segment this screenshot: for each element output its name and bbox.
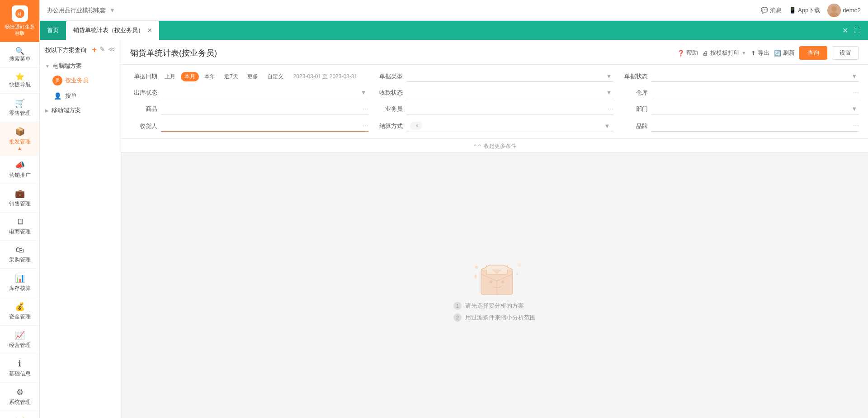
date-tab-this-year[interactable]: 本年	[201, 72, 219, 81]
account-selector[interactable]: 办公用品行业模拟账套 ▼	[47, 6, 115, 14]
tab-close-all-button[interactable]: ✕	[840, 24, 850, 37]
sidebar-item-purchase[interactable]: 🛍 采购管理	[0, 241, 39, 269]
filter-row-4: 收货人 ··· 结算方式 ×	[130, 120, 859, 132]
receipt-status-label: 收款状态	[376, 89, 403, 97]
help-icon: ❓	[677, 50, 684, 57]
date-tab-more[interactable]: 更多	[244, 72, 262, 81]
filter-receipt-status: 收款状态 ▼	[376, 87, 614, 98]
doc-type-select[interactable]: ▼	[406, 71, 614, 82]
date-tab-last-month[interactable]: 上月	[161, 72, 179, 81]
messages-button[interactable]: 💬 消息	[761, 6, 782, 14]
print-label: 按模板打印	[710, 49, 740, 57]
user-avatar	[827, 4, 841, 17]
department-label: 部门	[621, 105, 648, 113]
sidebar-item-label: 电商管理	[9, 228, 31, 236]
sidebar-item-operations[interactable]: 📈 经营管理	[0, 326, 39, 354]
sidebar-item-ecommerce[interactable]: 🖥 电商管理	[0, 213, 39, 241]
collapse-panel-button[interactable]: ≪	[108, 45, 115, 55]
goods-label: 商品	[130, 105, 157, 113]
sidebar-item-label: 资金管理	[9, 313, 31, 321]
sidebar-item-enterprise[interactable]: 🤝 企业协同	[0, 411, 39, 418]
finance-icon: 💰	[15, 302, 25, 312]
department-select-input[interactable]	[651, 104, 859, 114]
date-filter: 上月 本月 本年 近7天 更多 自定义 2023-03-01 至 2023-03…	[161, 72, 368, 81]
tab-bar: 首页 销货单统计表（按业务员） ✕ ✕ ⛶	[40, 21, 868, 40]
system-icon: ⚙	[16, 387, 24, 397]
sidebar-item-inventory[interactable]: 📊 库存核算	[0, 269, 39, 297]
date-tab-7days[interactable]: 近7天	[221, 72, 242, 81]
collapse-button[interactable]: ⌃⌃ 收起更多条件	[473, 142, 516, 150]
sidebar-item-retail[interactable]: 🛒 零售管理	[0, 94, 39, 122]
tree-item-salesperson[interactable]: 员 按业务员	[52, 73, 121, 88]
settlement-caret[interactable]: ▼	[604, 123, 610, 129]
sidebar-item-finance[interactable]: 💰 资金管理	[0, 297, 39, 326]
receipt-status-select-input[interactable]	[406, 87, 614, 98]
sidebar-item-sales[interactable]: 💼 销售管理	[0, 184, 39, 213]
doc-status-select[interactable]: ▼	[651, 71, 859, 82]
settings-button[interactable]: 设置	[832, 46, 859, 60]
page-title: 销货单统计表(按业务员)	[130, 48, 217, 58]
tab-home[interactable]: 首页	[40, 21, 66, 40]
print-button[interactable]: 🖨 按模板打印 ▼	[703, 49, 746, 57]
username-label: demo2	[843, 7, 861, 14]
goods-input[interactable]	[161, 104, 362, 114]
help-button[interactable]: ❓ 帮助	[677, 49, 698, 57]
sidebar-item-system[interactable]: ⚙ 系统管理	[0, 383, 39, 411]
warehouse-input-wrapper: ···	[651, 87, 859, 98]
sidebar: 财 畅捷通好生意 标版 🔍 搜索菜单 ⭐ 快捷导航 🛒 零售管理 📦 批发管理 …	[0, 0, 40, 418]
search-menu-item[interactable]: 🔍 搜索菜单	[0, 42, 39, 68]
out-status-select[interactable]: ▼	[161, 87, 368, 98]
left-panel-title: 按以下方案查询	[45, 46, 86, 54]
sidebar-item-label: 零售管理	[9, 109, 31, 117]
quick-nav-item[interactable]: ⭐ 快捷导航	[0, 68, 39, 94]
message-icon: 💬	[761, 7, 768, 14]
add-scheme-button[interactable]: +	[92, 45, 97, 55]
tip-text-1: 请先选择要分析的方案	[465, 302, 524, 310]
consignee-input[interactable]	[161, 121, 362, 131]
tab-maximize-button[interactable]: ⛶	[852, 24, 863, 37]
doc-type-select-input[interactable]	[406, 71, 614, 81]
goods-input-wrapper: ···	[161, 104, 368, 114]
goods-dots[interactable]: ···	[362, 105, 368, 113]
sidebar-item-basic[interactable]: ℹ 基础信息	[0, 354, 39, 383]
sidebar-item-label: 库存核算	[9, 285, 31, 292]
date-tab-custom[interactable]: 自定义	[264, 72, 287, 81]
filter-doc-type: 单据类型 ▼	[376, 71, 614, 82]
export-button[interactable]: ⬆ 导出	[751, 49, 769, 57]
tree-group-desktop[interactable]: ▼ 电脑端方案	[40, 59, 121, 73]
order-icon: 👤	[52, 91, 62, 101]
date-tab-this-month[interactable]: 本月	[181, 72, 199, 81]
consignee-dots[interactable]: ···	[362, 122, 368, 130]
user-profile[interactable]: demo2	[827, 4, 861, 17]
query-button[interactable]: 查询	[799, 46, 827, 60]
out-status-select-input[interactable]	[161, 87, 368, 98]
brand-input[interactable]	[651, 121, 853, 131]
tree-item-order[interactable]: 👤 按单	[52, 88, 121, 104]
app-download-button[interactable]: 📱 App下载	[789, 6, 820, 14]
warehouse-input[interactable]	[651, 87, 853, 98]
retail-icon: 🛒	[15, 98, 25, 108]
tab-sales-stats[interactable]: 销货单统计表（按业务员） ✕	[66, 21, 159, 40]
messages-label: 消息	[770, 6, 782, 14]
settlement-tag-close[interactable]: ×	[415, 123, 419, 129]
refresh-button[interactable]: 🔄 刷新	[774, 49, 795, 57]
app-logo[interactable]: 财 畅捷通好生意 标版	[0, 0, 39, 42]
doc-status-label: 单据状态	[621, 72, 648, 81]
collapse-chevron-icon: ⌃⌃	[473, 143, 482, 150]
tip-item-1: 1 请先选择要分析的方案	[453, 302, 536, 310]
warehouse-dots[interactable]: ···	[853, 89, 859, 97]
sidebar-item-marketing[interactable]: 📣 营销推广	[0, 156, 39, 184]
salesperson-dots[interactable]: ···	[608, 105, 613, 113]
tree-group-mobile[interactable]: ▶ 移动端方案	[40, 104, 121, 117]
edit-scheme-button[interactable]: ✎	[99, 45, 105, 55]
receipt-status-select[interactable]: ▼	[406, 87, 614, 98]
brand-dots[interactable]: ···	[853, 122, 859, 130]
main-area: 办公用品行业模拟账套 ▼ 💬 消息 📱 App下载 demo2 首页	[40, 0, 868, 418]
doc-status-select-input[interactable]	[651, 71, 859, 81]
sidebar-item-wholesale[interactable]: 📦 批发管理 ▲	[0, 122, 39, 156]
salesperson-input[interactable]	[406, 104, 608, 114]
tab-close-icon[interactable]: ✕	[147, 27, 152, 33]
department-select[interactable]: ▼	[651, 104, 859, 114]
filter-area: 单据日期 上月 本月 本年 近7天 更多 自定义 2023-03-01 至 20…	[121, 65, 868, 139]
basic-icon: ℹ	[18, 359, 21, 369]
